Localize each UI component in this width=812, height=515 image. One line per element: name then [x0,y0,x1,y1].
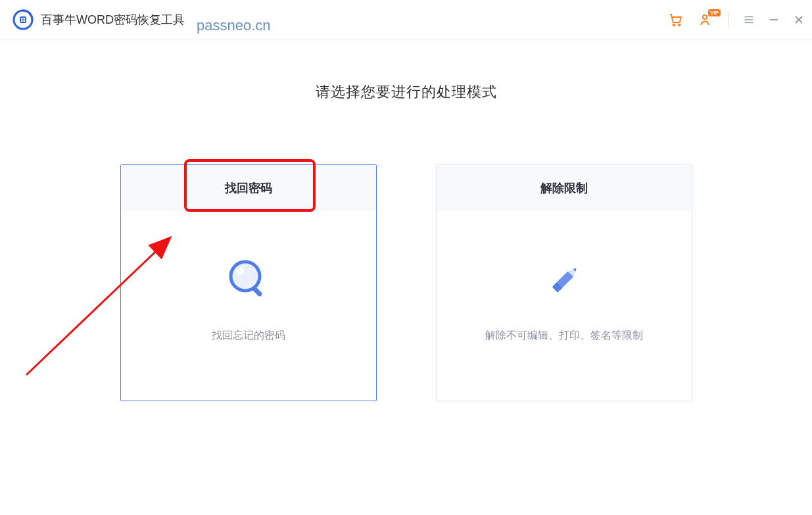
card-recover-body: 找回忘记的密码 [121,211,376,401]
account-icon[interactable]: VIP [698,12,714,28]
svg-rect-1 [20,16,26,23]
svg-rect-2 [21,18,23,20]
vip-badge: VIP [708,9,721,16]
card-recover-title: 找回密码 [121,165,376,211]
page-title: 请选择您要进行的处理模式 [316,82,497,102]
titlebar-separator [728,12,729,27]
svg-rect-4 [21,20,23,22]
brand-url: passneo.cn [197,17,271,34]
card-remove-title: 解除限制 [437,165,692,211]
app-title: 百事牛WORD密码恢复工具 [41,12,185,28]
svg-point-17 [236,267,244,275]
mode-cards: 找回密码 找回忘记的密码 解除限制 [120,164,692,401]
main-area: 请选择您要进行的处理模式 找回密码 找回忘记的密码 解除限制 [0,39,812,401]
minimize-button[interactable] [769,14,779,25]
card-remove-desc: 解除不可编辑、打印、签名等限制 [485,329,643,343]
titlebar-right: VIP [668,0,804,39]
svg-point-8 [703,15,707,19]
svg-rect-3 [24,18,26,20]
card-recover-password[interactable]: 找回密码 找回忘记的密码 [120,164,377,401]
menu-icon[interactable] [744,14,754,25]
svg-point-6 [673,24,675,26]
card-remove-restriction[interactable]: 解除限制 解除不可编辑、打印、签名等限制 [436,164,692,401]
close-button[interactable] [794,14,804,25]
card-recover-desc: 找回忘记的密码 [212,329,285,343]
app-logo-icon [12,9,34,31]
svg-rect-5 [24,20,26,22]
cart-icon[interactable] [668,12,684,28]
card-remove-body: 解除不可编辑、打印、签名等限制 [437,211,692,401]
titlebar: 百事牛WORD密码恢复工具 passneo.cn VIP [0,0,812,39]
svg-point-7 [679,24,681,26]
magnifier-icon [226,257,272,303]
pencil-icon [541,257,587,303]
